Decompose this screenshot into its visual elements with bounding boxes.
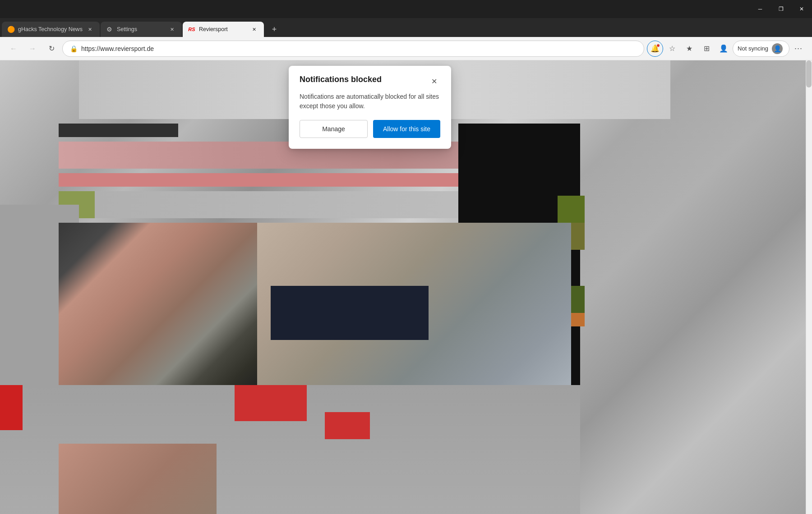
- close-button[interactable]: ✕: [791, 0, 812, 18]
- tab-close-settings[interactable]: ✕: [168, 25, 176, 33]
- tab-label-settings: Settings: [117, 26, 165, 32]
- tab-close-ghacks[interactable]: ✕: [86, 25, 94, 33]
- tab-label-ghacks: gHacks Technology News: [18, 26, 83, 32]
- avatar: 👤: [772, 43, 783, 54]
- notification-badge: [656, 44, 660, 47]
- main-image-block: [59, 223, 257, 394]
- more-icon: ···: [794, 44, 803, 53]
- profile-button[interactable]: 👤: [715, 41, 732, 57]
- url-text: https://www.reviersport.de: [81, 45, 637, 52]
- green-block-1: [558, 196, 585, 223]
- page-content: Notifications blocked ✕ Notifications ar…: [0, 60, 812, 514]
- scrollbar-thumb[interactable]: [806, 60, 812, 87]
- forward-button[interactable]: →: [24, 41, 41, 57]
- window-controls: ─ ❐ ✕: [750, 0, 812, 18]
- popup-body: Notifications are automatically blocked …: [300, 92, 440, 111]
- address-bar-row: ← → ↻ 🔒 https://www.reviersport.de 🔔 ☆ ★…: [0, 37, 812, 60]
- allow-button[interactable]: Allow for this site: [373, 120, 440, 138]
- toolbar-icons: 🔔 ☆ ★ ⊞ 👤 Not syncing 👤 ···: [647, 41, 807, 57]
- minimize-button[interactable]: ─: [750, 0, 770, 18]
- tab-close-reviersport[interactable]: ✕: [250, 25, 258, 33]
- popup-close-button[interactable]: ✕: [428, 75, 440, 87]
- tab-icon-reviersport: RS: [188, 26, 195, 33]
- star-icon: ☆: [669, 44, 675, 53]
- refresh-button[interactable]: ↻: [43, 41, 60, 57]
- favorites-bar-icon: ★: [686, 44, 692, 53]
- sync-label: Not syncing: [738, 45, 768, 52]
- tab-icon-ghacks: 🟠: [7, 26, 14, 33]
- dark-center-block: [271, 286, 429, 340]
- manage-button[interactable]: Manage: [300, 120, 368, 138]
- red-accent: [0, 385, 23, 430]
- red-block-bottom: [235, 385, 307, 421]
- tab-settings[interactable]: ⚙ Settings ✕: [101, 22, 182, 37]
- sync-button[interactable]: Not syncing 👤: [733, 41, 789, 57]
- lock-icon: 🔒: [70, 45, 78, 52]
- pixel-block-1: [59, 124, 178, 137]
- bottom-image-1: [59, 444, 217, 514]
- restore-button[interactable]: ❐: [770, 0, 791, 18]
- notification-popup: Notifications blocked ✕ Notifications ar…: [289, 66, 451, 149]
- favorites-button[interactable]: ☆: [664, 41, 680, 57]
- tab-label-reviersport: Reviersport: [199, 26, 247, 32]
- tab-icon-settings: ⚙: [106, 26, 113, 33]
- more-button[interactable]: ···: [790, 41, 807, 57]
- back-button[interactable]: ←: [5, 41, 22, 57]
- profile-icon: 👤: [719, 44, 728, 53]
- title-bar: ─ ❐ ✕: [0, 0, 812, 18]
- popup-actions: Manage Allow for this site: [300, 120, 440, 138]
- tab-ghacks[interactable]: 🟠 gHacks Technology News ✕: [2, 22, 100, 37]
- red-block-bottom-2: [325, 412, 370, 439]
- favorites-bar-button[interactable]: ★: [681, 41, 697, 57]
- collections-button[interactable]: ⊞: [698, 41, 715, 57]
- notifications-button[interactable]: 🔔: [647, 41, 663, 57]
- tab-bar: 🟠 gHacks Technology News ✕ ⚙ Settings ✕ …: [0, 18, 812, 37]
- new-tab-button[interactable]: +: [267, 22, 282, 37]
- collections-icon: ⊞: [704, 44, 710, 53]
- avatar-icon: 👤: [774, 45, 781, 52]
- popup-title: Notifications blocked: [300, 75, 382, 84]
- address-field[interactable]: 🔒 https://www.reviersport.de: [62, 41, 644, 57]
- popup-header: Notifications blocked ✕: [300, 75, 440, 87]
- scrollbar[interactable]: [806, 60, 812, 514]
- tab-reviersport[interactable]: RS Reviersport ✕: [183, 22, 264, 37]
